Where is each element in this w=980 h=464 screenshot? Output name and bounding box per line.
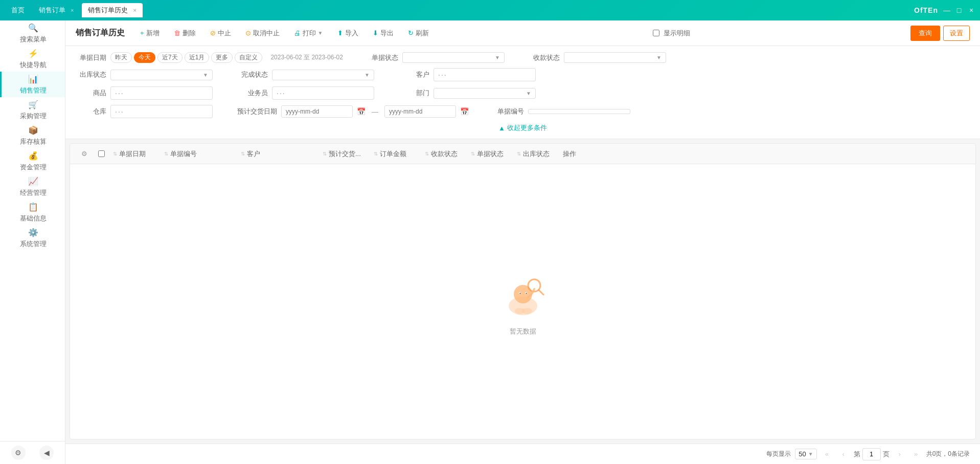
bill-status-select[interactable]: ▼ <box>402 52 505 63</box>
filter-area: 单据日期 昨天 今天 近7天 近1月 更多 自定义 2023-06-02 至 2… <box>65 46 980 139</box>
tab-sales-order-label: 销售订单 <box>39 6 65 15</box>
new-button[interactable]: + 新增 <box>136 27 164 40</box>
warehouse-input[interactable]: ··· <box>110 105 213 118</box>
date-btn-yesterday[interactable]: 昨天 <box>110 52 132 63</box>
sidebar-settings-btn[interactable]: ⚙ <box>11 446 26 460</box>
date-btn-today[interactable]: 今天 <box>134 52 155 63</box>
sidebar-item-search[interactable]: 🔍 搜索菜单 <box>0 20 65 46</box>
delete-button[interactable]: 🗑 删除 <box>170 27 200 40</box>
sidebar-item-info[interactable]: 📋 基础信息 <box>0 200 65 225</box>
col-payment-label: 收款状态 <box>431 149 458 159</box>
date-btn-1month[interactable]: 近1月 <box>185 52 210 63</box>
complete-status-select[interactable]: ▼ <box>272 70 374 80</box>
sort-icon-customer: ⇅ <box>241 151 245 157</box>
top-right: OfTEn — □ × <box>914 6 975 14</box>
date-range-display: 2023-06-02 至 2023-06-02 <box>270 53 343 62</box>
delivery-date-to[interactable] <box>384 105 456 118</box>
print-icon: 🖨 <box>294 29 301 37</box>
export-label: 导出 <box>380 29 394 38</box>
sidebar-item-system[interactable]: ⚙️ 系统管理 <box>0 225 65 251</box>
first-page-btn[interactable]: « <box>821 448 833 460</box>
query-button[interactable]: 查询 <box>910 26 940 41</box>
date-btn-more[interactable]: 更多 <box>211 52 233 63</box>
sort-icon-amount: ⇅ <box>374 151 378 157</box>
col-delivery[interactable]: ⇅ 预计交货... <box>318 149 370 159</box>
table-checkbox-all[interactable] <box>94 150 109 157</box>
last-page-icon: » <box>914 450 918 458</box>
col-outbound[interactable]: ⇅ 出库状态 <box>513 149 559 159</box>
goods-input[interactable]: ··· <box>110 86 213 100</box>
dept-select[interactable]: ▼ <box>434 88 536 99</box>
col-no[interactable]: ⇅ 单据编号 <box>160 149 237 159</box>
export-button[interactable]: ⬇ 导出 <box>369 27 398 40</box>
new-icon: + <box>140 29 144 37</box>
window-close-btn[interactable]: × <box>968 7 975 14</box>
sidebar-item-purchase[interactable]: 🛒 采购管理 <box>0 97 65 123</box>
content-area: 销售订单历史 + 新增 🗑 删除 ⊘ 中止 ⊙ 取消中止 🖨 打印 ▼ <box>65 20 980 464</box>
page-size-select[interactable]: 50 ▼ <box>795 449 816 459</box>
table-area: ⚙ ⇅ 单据日期 ⇅ 单据编号 ⇅ 客户 ⇅ <box>70 143 976 439</box>
svg-point-1 <box>514 285 532 303</box>
prev-page-btn[interactable]: ‹ <box>837 448 850 460</box>
tab-history-close[interactable]: × <box>133 7 136 13</box>
col-amount[interactable]: ⇅ 订单金额 <box>370 149 421 159</box>
col-payment[interactable]: ⇅ 收款状态 <box>421 149 467 159</box>
tab-home-label: 首页 <box>11 6 25 15</box>
date-range-dash: — <box>372 108 378 116</box>
print-button[interactable]: 🖨 打印 ▼ <box>290 27 327 40</box>
page-label: 第 <box>854 450 860 459</box>
sidebar-item-operations[interactable]: 📈 经营管理 <box>0 174 65 200</box>
sidebar-item-purchase-label: 采购管理 <box>20 112 47 121</box>
last-page-btn[interactable]: » <box>910 448 922 460</box>
sidebar-item-finance[interactable]: 💰 资金管理 <box>0 148 65 174</box>
customer-input[interactable]: ··· <box>434 68 536 81</box>
bill-no-input[interactable] <box>528 109 630 114</box>
tab-home[interactable]: 首页 <box>5 3 31 17</box>
sidebar-collapse-btn[interactable]: ◀ <box>39 446 54 460</box>
filter-collapse-area: ▲ 收起更多条件 <box>76 123 970 132</box>
window-min-btn[interactable]: — <box>943 7 950 14</box>
next-page-btn[interactable]: › <box>894 448 906 460</box>
delivery-date-from[interactable] <box>281 105 353 118</box>
collapse-button[interactable]: ▲ 收起更多条件 <box>498 123 547 132</box>
tab-sales-order-close[interactable]: × <box>71 7 74 13</box>
window-max-btn[interactable]: □ <box>955 7 963 14</box>
salesperson-input[interactable]: ··· <box>272 86 374 100</box>
stop-button[interactable]: ⊘ 中止 <box>206 27 235 40</box>
delivery-date-to-input[interactable] <box>389 108 451 115</box>
page-size-value: 50 <box>799 450 806 458</box>
page-number-input[interactable] <box>862 448 881 460</box>
import-button[interactable]: ⬆ 导入 <box>333 27 362 40</box>
sidebar-item-sales-label: 销售管理 <box>20 86 47 95</box>
col-date[interactable]: ⇅ 单据日期 <box>109 149 160 159</box>
tab-sales-order[interactable]: 销售订单 × <box>33 3 80 17</box>
cal-icon-from[interactable]: 📅 <box>357 107 366 116</box>
cancel-stop-button[interactable]: ⊙ 取消中止 <box>241 27 284 40</box>
table-header: ⚙ ⇅ 单据日期 ⇅ 单据编号 ⇅ 客户 ⇅ <box>70 144 975 164</box>
settings-button[interactable]: 设置 <box>943 26 970 41</box>
print-label: 打印 <box>303 29 316 38</box>
col-customer[interactable]: ⇅ 客户 <box>237 149 318 159</box>
display-columns-checkbox[interactable]: 显示明细 <box>653 29 690 38</box>
select-all-checkbox[interactable] <box>98 150 105 157</box>
date-btn-7days[interactable]: 近7天 <box>157 52 183 63</box>
outbound-status-select[interactable]: ▼ <box>110 70 213 80</box>
svg-line-7 <box>539 290 543 295</box>
empty-illustration <box>497 268 549 319</box>
tab-sales-order-history[interactable]: 销售订单历史 × <box>82 3 142 17</box>
sidebar-item-sales[interactable]: 📊 销售管理 <box>0 72 65 97</box>
first-page-icon: « <box>825 450 829 458</box>
delivery-date-from-input[interactable] <box>286 108 348 115</box>
table-settings-btn[interactable]: ⚙ <box>75 150 94 158</box>
payment-status-select[interactable]: ▼ <box>564 52 666 63</box>
date-btn-custom[interactable]: 自定义 <box>235 52 262 63</box>
sidebar-item-inventory[interactable]: 📦 库存核算 <box>0 123 65 148</box>
refresh-button[interactable]: ↻ 刷新 <box>404 27 433 40</box>
cal-icon-to[interactable]: 📅 <box>460 107 469 116</box>
sidebar-item-inventory-label: 库存核算 <box>20 137 47 146</box>
filter-row-2: 出库状态 ▼ 完成状态 ▼ 客户 ··· <box>76 68 970 81</box>
col-bill[interactable]: ⇅ 单据状态 <box>467 149 513 159</box>
display-columns-check[interactable] <box>653 30 659 36</box>
sidebar-item-quick-nav[interactable]: ⚡ 快捷导航 <box>0 46 65 72</box>
sidebar-item-finance-label: 资金管理 <box>20 163 47 172</box>
